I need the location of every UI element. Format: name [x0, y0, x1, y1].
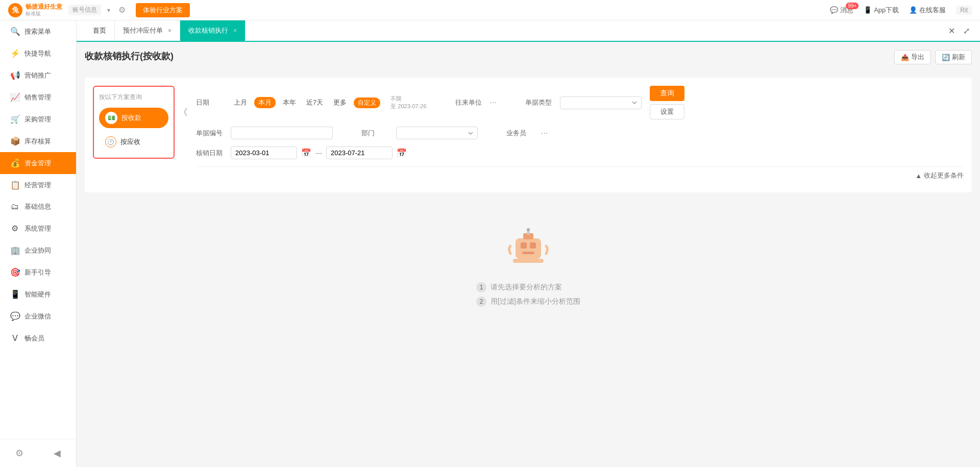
write-off-start-input[interactable]: [231, 146, 297, 159]
filter-by-receipt[interactable]: 💵 按收款: [99, 108, 168, 128]
enterprise-icon: 🏢: [10, 245, 19, 255]
wechat-icon: 💬: [10, 311, 19, 321]
sidebar-item-wechat[interactable]: 💬 企业微信: [0, 305, 76, 327]
topbar-right: 💬 消息 99+ 📱 App下载 👤 在线客服 Rit: [830, 6, 972, 15]
sidebar-item-search-menu[interactable]: 🔍 搜索菜单: [0, 20, 76, 42]
sidebar-label-enterprise: 企业协同: [24, 246, 51, 255]
service-icon: 👤: [909, 6, 917, 14]
settings-button[interactable]: 设置: [650, 104, 684, 119]
date-btn-7-days[interactable]: 近7天: [303, 97, 326, 108]
sidebar-collapse-icon[interactable]: ◀: [50, 444, 65, 463]
date-buttons: 上月 本月 本年 近7天 更多 自定义: [231, 97, 380, 108]
logo-area: 兔 畅捷通好生意 标准版: [8, 3, 62, 17]
calendar-start-icon[interactable]: 📅: [301, 148, 311, 158]
sidebar-item-biz[interactable]: 📋 经营管理: [0, 174, 76, 196]
doc-no-input[interactable]: [231, 127, 333, 139]
online-service-button[interactable]: 👤 在线客服: [909, 6, 946, 15]
hint-num-1: 1: [476, 282, 486, 292]
svg-rect-1: [521, 242, 527, 249]
counterpart-label: 往来单位: [455, 98, 482, 107]
tab-receive-offset[interactable]: 收款核销执行 ×: [180, 20, 246, 41]
salesperson-more-icon[interactable]: ···: [541, 129, 548, 138]
doc-no-label: 单据编号: [196, 129, 223, 138]
chevron-down-icon[interactable]: ▾: [107, 7, 110, 14]
export-label: 导出: [911, 53, 924, 62]
sidebar-item-hardware[interactable]: 📱 智能硬件: [0, 283, 76, 305]
sidebar-item-sales[interactable]: 📈 销售管理: [0, 86, 76, 108]
page-actions: 📤 导出 🔄 刷新: [894, 50, 972, 64]
write-off-end-input[interactable]: [326, 146, 393, 159]
tab-prepay-offset[interactable]: 预付冲应付单 ×: [115, 20, 180, 41]
gear-icon[interactable]: ⚙: [118, 5, 126, 15]
date-btn-this-year[interactable]: 本年: [280, 97, 299, 108]
message-badge: 99+: [846, 3, 859, 9]
doc-type-label: 单据类型: [525, 98, 552, 107]
message-icon: 💬: [830, 6, 838, 14]
sidebar-item-purchase[interactable]: 🛒 采购管理: [0, 108, 76, 130]
date-no-limit: 不限: [390, 95, 426, 103]
doc-type-select[interactable]: [560, 96, 642, 109]
dept-select[interactable]: [396, 127, 478, 139]
counterpart-more-icon[interactable]: ···: [490, 98, 497, 107]
empty-hint-1-text: 请先选择要分析的方案: [491, 283, 562, 292]
action-buttons: 查询 设置: [650, 86, 684, 119]
app-download-button[interactable]: 📱 App下载: [864, 6, 899, 15]
tab-close-prepay[interactable]: ×: [168, 27, 172, 34]
date-btn-this-month[interactable]: 本月: [254, 97, 276, 108]
filter-left-panel: 按以下方案查询 💵 按收款 🕐 按应收: [93, 86, 175, 159]
collapse-more-button[interactable]: ▲ 收起更多条件: [196, 166, 964, 184]
filter-row-2: 单据编号 部门 业务员 ···: [196, 127, 964, 139]
refresh-button[interactable]: 🔄 刷新: [935, 50, 972, 64]
filter-collapse-icon[interactable]: 《: [179, 106, 188, 118]
app-icon: 📱: [864, 6, 872, 14]
sidebar: 🔍 搜索菜单 ⚡ 快捷导航 📢 营销推广 📈 销售管理 🛒 采购管理 📦 库存核…: [0, 20, 77, 467]
filter-form: 日期 上月 本月 本年 近7天 更多 自定义 不限 至 2023-07-26: [196, 86, 964, 184]
sidebar-label-hardware: 智能硬件: [24, 290, 51, 299]
sidebar-label-member: 畅会员: [24, 334, 44, 343]
svg-rect-2: [530, 242, 536, 249]
empty-hints: 1 请先选择要分析的方案 2 用[过滤]条件来缩小分析范围: [476, 282, 580, 307]
sidebar-label-purchase: 采购管理: [24, 115, 51, 124]
sales-icon: 📈: [10, 92, 19, 102]
sidebar-label-wechat: 企业微信: [24, 312, 51, 321]
svg-rect-3: [522, 252, 534, 254]
message-button[interactable]: 💬 消息 99+: [830, 6, 853, 15]
sidebar-item-basic-info[interactable]: 🗂 基础信息: [0, 196, 76, 217]
sidebar-item-inventory[interactable]: 📦 库存核算: [0, 130, 76, 152]
sidebar-label-basic-info: 基础信息: [24, 202, 51, 211]
empty-illustration: [503, 223, 554, 274]
refresh-label: 刷新: [952, 53, 965, 62]
tab-home[interactable]: 首页: [85, 20, 115, 41]
search-menu-icon: 🔍: [10, 27, 19, 36]
date-to-display: 至 2023-07-26: [390, 103, 426, 110]
prepay-tab-label: 预付冲应付单: [123, 26, 163, 35]
sidebar-item-quick-nav[interactable]: ⚡ 快捷导航: [0, 42, 76, 64]
sidebar-item-newbie[interactable]: 🎯 新手引导: [0, 261, 76, 283]
date-btn-prev-month[interactable]: 上月: [231, 97, 250, 108]
empty-hint-2-text: 用[过滤]条件来缩小分析范围: [491, 297, 580, 306]
sidebar-label-quick-nav: 快捷导航: [24, 49, 51, 58]
sidebar-item-enterprise[interactable]: 🏢 企业协同: [0, 239, 76, 261]
sidebar-settings-icon[interactable]: ⚙: [11, 444, 28, 463]
tab-close-receive[interactable]: ×: [233, 27, 237, 34]
date-btn-more[interactable]: 更多: [330, 97, 350, 108]
write-off-date-label: 核销日期: [196, 149, 223, 158]
export-button[interactable]: 📤 导出: [894, 50, 931, 64]
sidebar-item-member[interactable]: Ⅴ 畅会员: [0, 327, 76, 349]
receive-tab-label: 收款核销执行: [188, 26, 228, 35]
query-button[interactable]: 查询: [650, 86, 684, 101]
calendar-end-icon[interactable]: 📅: [397, 148, 407, 158]
sidebar-item-fund[interactable]: 💰 资金管理: [0, 152, 76, 174]
solution-button[interactable]: 体验行业方案: [136, 3, 190, 17]
account-info: 账号信息: [68, 5, 101, 15]
filter-by-receivable[interactable]: 🕐 按应收: [99, 132, 168, 152]
tab-close-all-icon[interactable]: ✕: [946, 24, 957, 38]
sidebar-item-marketing[interactable]: 📢 营销推广: [0, 64, 76, 86]
date-no-limit-area: 不限 至 2023-07-26: [390, 95, 426, 110]
date-custom-badge[interactable]: 自定义: [354, 97, 380, 108]
receivable-icon: 🕐: [105, 136, 116, 148]
tab-maximize-icon[interactable]: ⤢: [961, 24, 972, 38]
marketing-icon: 📢: [10, 70, 19, 80]
filter-row-3: 核销日期 📅 — 📅: [196, 146, 964, 159]
sidebar-item-sys[interactable]: ⚙ 系统管理: [0, 217, 76, 239]
